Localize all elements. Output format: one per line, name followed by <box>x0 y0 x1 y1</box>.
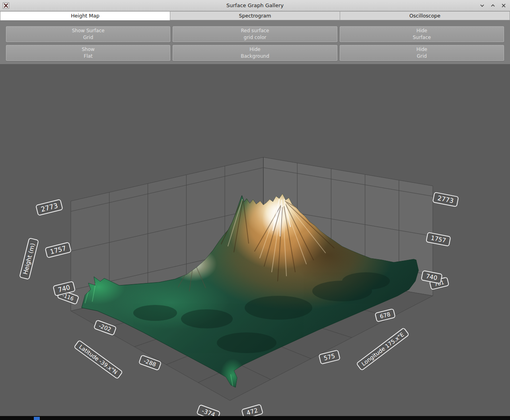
window-shade-button-chevron-down-icon[interactable] <box>479 2 485 9</box>
window-title: Surface Graph Gallery <box>0 0 510 11</box>
button-label-line: Hide <box>417 46 427 53</box>
surface-3d-view[interactable]: 781 678 575 472 Longitude 175.x"E -116 -… <box>0 64 510 416</box>
button-label-line: Grid <box>417 53 427 60</box>
button-label-line: Grid <box>83 34 93 41</box>
button-label-line: Surface <box>413 34 431 41</box>
button-label-line: Background <box>241 53 269 60</box>
button-label-line: grid color <box>244 34 267 41</box>
button-label-line: Show Surface <box>72 27 105 34</box>
toolbar: Show Surface Grid Red surface grid color… <box>0 20 510 64</box>
button-label-line: Show <box>82 46 94 53</box>
taskbar-accent-sliver <box>34 417 40 420</box>
window-close-button-x-icon[interactable] <box>500 2 507 9</box>
button-label-line: Flat <box>84 53 93 60</box>
tab-bar: Height Map Spectrogram Oscilloscope <box>0 11 510 20</box>
tab-oscilloscope[interactable]: Oscilloscope <box>340 11 510 20</box>
red-surface-grid-color-button[interactable]: Red surface grid color <box>173 26 337 42</box>
button-label-line: Hide <box>249 46 260 53</box>
tab-height-map[interactable]: Height Map <box>0 11 170 20</box>
title-bar: Surface Graph Gallery <box>0 0 510 11</box>
bottom-edge-bar <box>0 416 510 420</box>
button-label-line: Hide <box>417 27 427 34</box>
show-flat-button[interactable]: Show Flat <box>6 45 170 61</box>
button-label-line: Red surface <box>241 27 269 34</box>
show-surface-grid-button[interactable]: Show Surface Grid <box>6 26 170 42</box>
hide-surface-button[interactable]: Hide Surface <box>340 26 504 42</box>
window-maximize-button-chevron-up-icon[interactable] <box>490 2 496 9</box>
hide-background-button[interactable]: Hide Background <box>173 45 337 61</box>
tab-spectrogram[interactable]: Spectrogram <box>170 11 340 20</box>
hide-grid-button[interactable]: Hide Grid <box>340 45 504 61</box>
